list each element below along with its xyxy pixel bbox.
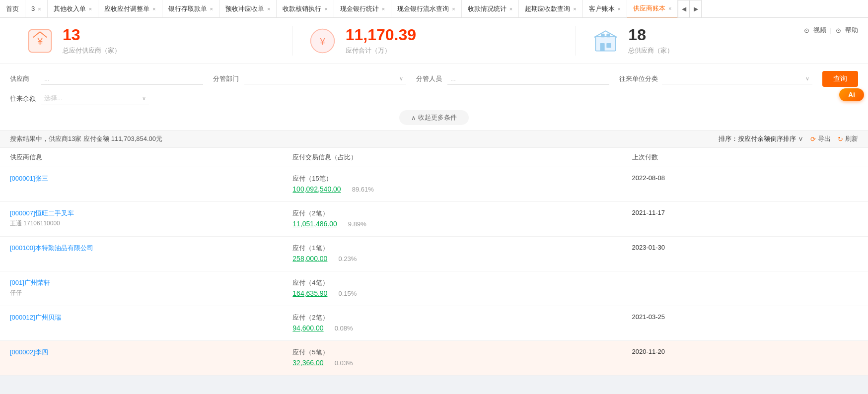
lastpay-date-2: 2021-11-17 xyxy=(632,209,665,216)
supplier-name-link-2[interactable]: [000007]恒旺二手叉车 xyxy=(10,209,74,217)
export-button[interactable]: ⟳ 导出 xyxy=(810,134,831,143)
circle-icon: ⊙ xyxy=(804,27,809,34)
nav-tab-3[interactable]: 3 × xyxy=(25,0,48,18)
transaction-inner-5: 应付（2笔） 94,600.00 0.08% xyxy=(292,313,632,332)
close-icon[interactable]: × xyxy=(89,6,92,12)
tx-label-4: 应付（4笔） xyxy=(292,278,632,287)
filter-supplier: 供应商 xyxy=(10,73,203,85)
table-row: [000012]广州贝瑞 应付（2笔） 94,600.00 0.08% 2021… xyxy=(0,306,868,341)
table-header: 供应商信息 应付交易信息（占比） 上次付数 xyxy=(0,148,868,167)
summary-label-suppliers: 总应付供应商（家） xyxy=(63,46,121,55)
close-icon[interactable]: × xyxy=(152,6,155,12)
tx-amount-3[interactable]: 258,000.00 xyxy=(292,255,327,263)
tx-amount-5[interactable]: 94,600.00 xyxy=(292,324,323,332)
transaction-cell-6: 应付（5笔） 32,366.00 0.03% xyxy=(292,348,632,367)
close-icon[interactable]: × xyxy=(452,6,455,12)
nav-right-arrow[interactable]: ▶ xyxy=(690,0,702,18)
svg-rect-8 xyxy=(606,33,610,37)
tx-amount-row-6: 32,366.00 0.03% xyxy=(292,358,632,367)
supplier-name-link-6[interactable]: [000002]李四 xyxy=(10,348,48,356)
supplier-name-link-1[interactable]: [000001]张三 xyxy=(10,175,48,182)
transaction-inner-6: 应付（5笔） 32,366.00 0.03% xyxy=(292,348,632,367)
tx-amount-row-2: 11,051,486.00 9.89% xyxy=(292,219,632,228)
supplier-cell-3: [000100]本特勤油品有限公司 xyxy=(10,244,292,253)
tx-amount-1[interactable]: 100,092,540.00 xyxy=(292,185,341,193)
export-btn-label: 导出 xyxy=(818,134,831,143)
svg-text:¥: ¥ xyxy=(320,36,326,46)
lastpay-date-6: 2020-11-20 xyxy=(632,348,665,355)
collapse-button[interactable]: ∧ 收起更多条件 xyxy=(399,110,469,125)
close-icon[interactable]: × xyxy=(668,5,671,11)
lastpay-date-5: 2021-03-25 xyxy=(632,313,665,321)
tx-label-3: 应付（1笔） xyxy=(292,244,632,253)
dept-select[interactable]: ∨ xyxy=(244,73,406,84)
nav-tab-cash-bank-flow[interactable]: 现金银行流水查询 × xyxy=(391,0,461,18)
nav-tab-collect-stat[interactable]: 收款情况统计 × xyxy=(462,0,519,18)
refresh-button[interactable]: ↻ 刷新 xyxy=(838,134,858,143)
nav-tab-bank-deposit[interactable]: 银行存取款单 × xyxy=(162,0,219,18)
nav-tab-3-label: 3 xyxy=(31,5,35,12)
close-icon[interactable]: × xyxy=(573,6,576,12)
help-link[interactable]: 帮助 xyxy=(845,26,858,35)
summary-value-amount: 11,170.39 xyxy=(346,26,416,44)
chevron-down-icon: ∨ xyxy=(142,95,146,102)
category-select[interactable]: ∨ xyxy=(662,73,812,84)
balance-select[interactable]: 选择... ∨ xyxy=(41,92,149,105)
supplier-cell-1: [000001]张三 xyxy=(10,174,292,183)
tx-pct-6: 0.03% xyxy=(335,359,353,367)
nav-left-arrow[interactable]: ◀ xyxy=(678,0,690,18)
nav-tab-cash-bank-stat[interactable]: 现金银行统计 × xyxy=(334,0,391,18)
supplier-name-link-4[interactable]: [001]广州荣轩 xyxy=(10,279,50,286)
close-icon[interactable]: × xyxy=(509,6,512,12)
lastpay-date-1: 2022-08-08 xyxy=(632,174,665,182)
sort-arrow-icon[interactable]: ∨ xyxy=(798,135,803,142)
close-icon[interactable]: × xyxy=(38,6,41,12)
nav-tab-cash-bank-stat-label: 现金银行统计 xyxy=(340,4,379,13)
supplier-input[interactable] xyxy=(41,73,203,85)
nav-tab-other-income[interactable]: 其他收入单 × xyxy=(48,0,98,18)
person-input[interactable] xyxy=(447,73,609,85)
export-icon: ⟳ xyxy=(810,135,816,143)
close-icon[interactable]: × xyxy=(382,6,385,12)
video-link[interactable]: 视频 xyxy=(813,26,826,35)
nav-tab-ap-adjust[interactable]: 应收应付调整单 × xyxy=(98,0,162,18)
refresh-btn-label: 刷新 xyxy=(845,134,858,143)
filter-person: 分管人员 xyxy=(416,73,609,85)
nav-tab-customer-account[interactable]: 客户账本 × xyxy=(583,0,627,18)
nav-tab-collect-verify[interactable]: 收款核销执行 × xyxy=(277,0,334,18)
summary-value-suppliers: 13 xyxy=(63,26,121,44)
balance-filter-label: 往来余额 xyxy=(10,94,37,103)
nav-tab-home-label: 首页 xyxy=(6,4,19,13)
tx-amount-6[interactable]: 32,366.00 xyxy=(292,359,323,367)
transaction-cell-5: 应付（2笔） 94,600.00 0.08% xyxy=(292,313,632,332)
nav-tab-home[interactable]: 首页 xyxy=(0,0,25,18)
tx-label-5: 应付（2笔） xyxy=(292,313,632,322)
supplier-name-link-3[interactable]: [000100]本特勤油品有限公司 xyxy=(10,244,93,252)
tx-amount-row-5: 94,600.00 0.08% xyxy=(292,323,632,332)
nav-tab-supplier-account[interactable]: 供应商账本 × xyxy=(627,0,678,18)
nav-tab-advance-receive[interactable]: 预收冲应收单 × xyxy=(219,0,277,18)
col-header-transaction: 应付交易信息（占比） xyxy=(292,153,632,162)
lastpay-date-3: 2023-01-30 xyxy=(632,244,665,251)
close-icon[interactable]: × xyxy=(210,6,213,12)
supplier-sub-2: 王通 17106110000 xyxy=(10,219,292,228)
supplier-name-link-5[interactable]: [000012]广州贝瑞 xyxy=(10,314,61,321)
tx-amount-4[interactable]: 164,635.90 xyxy=(292,289,327,297)
lastpay-cell-3: 2023-01-30 xyxy=(632,244,858,251)
lastpay-cell-1: 2022-08-08 xyxy=(632,174,858,182)
nav-tab-overdue-query[interactable]: 超期应收款查询 × xyxy=(519,0,582,18)
nav-tab-collect-stat-label: 收款情况统计 xyxy=(468,4,506,13)
tx-amount-2[interactable]: 11,051,486.00 xyxy=(292,220,337,228)
lastpay-cell-5: 2021-03-25 xyxy=(632,313,858,321)
question-icon: ⊙ xyxy=(836,27,841,34)
summary-card-amount: ¥ 11,170.39 应付合计（万） xyxy=(292,26,576,56)
col-header-supplier: 供应商信息 xyxy=(10,153,292,162)
close-icon[interactable]: × xyxy=(267,6,270,12)
search-button[interactable]: 查询 xyxy=(822,71,858,87)
ai-button[interactable]: Ai xyxy=(839,88,864,101)
data-table: 供应商信息 应付交易信息（占比） 上次付数 [000001]张三 应付（15笔）… xyxy=(0,148,868,376)
close-icon[interactable]: × xyxy=(618,6,621,12)
close-icon[interactable]: × xyxy=(324,6,327,12)
filter-row-2: 往来余额 选择... ∨ xyxy=(10,92,149,105)
supplier-filter-label: 供应商 xyxy=(10,74,37,83)
